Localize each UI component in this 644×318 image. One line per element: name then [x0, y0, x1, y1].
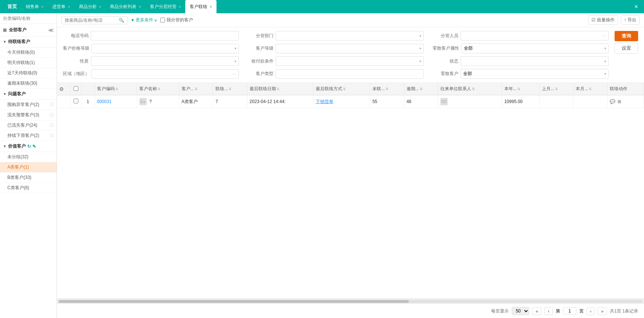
export-button[interactable]: ↑ 导出 — [621, 15, 640, 25]
sidebar-search-input[interactable] — [3, 16, 57, 21]
sort-icon-code[interactable]: ⇅ — [115, 87, 118, 91]
query-button[interactable]: 查询 — [615, 31, 638, 41]
chevron-down-icon-scatter: ▾ — [604, 46, 606, 50]
sidebar-item-declining[interactable]: 持续下滑客户(2) ⓘ — [0, 131, 57, 141]
search-icon[interactable]: 🔍 — [119, 18, 124, 23]
row-checkbox — [70, 95, 81, 108]
table-scroll[interactable]: ⚙ 客户编码 ⇅ — [57, 83, 644, 298]
scatter-select[interactable]: 全部 ▾ — [461, 69, 609, 79]
manager-input[interactable]: ··· — [461, 31, 609, 40]
next-page-button[interactable]: › — [587, 307, 595, 315]
customer-grade-select[interactable]: ▾ — [276, 44, 424, 53]
nav-tab-customer-contact[interactable]: 客户联络 × — [185, 0, 216, 13]
row-num: 1 — [81, 95, 94, 108]
customer-type-input[interactable] — [276, 69, 424, 79]
col-header-code: 客户编码 ⇅ — [94, 83, 137, 95]
sidebar-item-class-a[interactable]: A类客户(1) — [0, 162, 57, 173]
close-tab-purchase[interactable]: × — [68, 4, 70, 9]
refresh-icon[interactable]: ↻ — [27, 144, 31, 149]
search-input[interactable] — [65, 18, 117, 23]
row-select-checkbox[interactable] — [74, 99, 78, 103]
sidebar-collapse-icon[interactable]: ≪ — [48, 27, 54, 33]
sort-icon-contact-count[interactable]: ⇅ — [229, 87, 232, 91]
sidebar-item-hoarding[interactable]: 囤购异常客户(2) ⓘ — [0, 100, 57, 110]
row-code[interactable]: 000031 — [94, 95, 137, 108]
more-filters-button[interactable]: ▼ 更多条件 ∨ — [130, 17, 157, 23]
region-input[interactable]: ··· — [92, 69, 239, 79]
scroll-thumb[interactable] — [58, 300, 409, 303]
nav-home[interactable]: 首页 — [3, 0, 21, 13]
sidebar-item-ungrouped[interactable]: 未分组(32) — [0, 152, 57, 162]
close-tab-sales[interactable]: × — [41, 4, 43, 9]
settings-button[interactable]: 设置 — [615, 43, 638, 54]
scatter-label: 零散客户 — [433, 71, 458, 77]
sidebar-item-class-c[interactable]: C类客户(6) — [0, 183, 57, 193]
sort-icon-this-month[interactable]: ⇅ — [589, 87, 592, 91]
sort-icon-type[interactable]: ⇅ — [195, 87, 198, 91]
close-tab-analysis-list[interactable]: × — [139, 4, 141, 9]
horizontal-scrollbar[interactable] — [57, 298, 644, 304]
sidebar-item-overdue-waiting[interactable]: 逾期未联络(30) — [0, 78, 57, 89]
sidebar-group-problem[interactable]: ▼ 问题客户 — [0, 89, 57, 100]
select-all-checkbox[interactable] — [74, 86, 78, 91]
action-contact-icon[interactable]: 💬 — [610, 99, 615, 104]
dept-select[interactable]: ▾ — [276, 31, 424, 40]
sidebar-group-value[interactable]: ▼ 价值客户 ↻ ✎ — [0, 141, 57, 152]
nature-select[interactable]: ▾ — [91, 56, 239, 66]
num-col-header — [81, 83, 94, 95]
filter-cell-status: 状态 ▾ — [433, 56, 609, 66]
nav-tab-customer-segment[interactable]: 客户分层经营 × — [146, 0, 185, 13]
action-more-icon[interactable]: ⊞ — [618, 99, 621, 104]
page-label: 第 — [556, 308, 560, 314]
sidebar-item-class-b[interactable]: B类客户(33) — [0, 173, 57, 183]
filter-cell-customer-grade: 客户等级 ▾ — [248, 44, 424, 53]
customer-type-label: 客户类型 — [248, 71, 273, 77]
settings-col-header: ⚙ — [57, 83, 70, 95]
page-number-input[interactable] — [563, 307, 576, 315]
window-close-button[interactable]: × — [631, 3, 641, 11]
sort-icon-overdue[interactable]: ⇅ — [420, 87, 423, 91]
sort-icon-this-year[interactable]: ⇅ — [518, 87, 520, 91]
phone-input[interactable] — [91, 31, 239, 40]
close-tab-customer-segment[interactable]: × — [179, 4, 181, 9]
sidebar-item-tomorrow-waiting[interactable]: 明天待联络(1) — [0, 58, 57, 68]
sort-icon-name[interactable]: ⇅ — [158, 87, 161, 91]
sort-icon-last-date[interactable]: ⇅ — [277, 87, 280, 91]
sort-icon-uncontacted[interactable]: ⇅ — [386, 87, 389, 91]
sidebar-item-churned[interactable]: 已流失客户(24) ⓘ — [0, 120, 57, 131]
row-contact-count: 7 — [213, 95, 247, 108]
edit-icon[interactable]: ✎ — [32, 144, 36, 149]
nav-tab-analysis-list[interactable]: 商品分析列表 × — [105, 0, 145, 13]
filter-bar: 🔍 ▼ 更多条件 ∨ 我分管的客户 ☑ 批量操作 ↑ 导出 — [57, 13, 644, 27]
price-grade-select[interactable]: ▾ — [92, 44, 239, 53]
row-last-method[interactable]: 下销货单 — [314, 95, 370, 108]
last-page-button[interactable]: » — [598, 307, 607, 315]
sidebar-item-today-waiting[interactable]: 今天待联络(0) — [0, 47, 57, 58]
info-icon-4: ⓘ — [50, 133, 54, 138]
first-page-button[interactable]: « — [532, 307, 541, 315]
filter-cell-manager: 分管人员 ··· — [433, 31, 609, 40]
my-customers-filter[interactable]: 我分管的客户 — [160, 17, 193, 23]
prev-page-button[interactable]: ‹ — [544, 307, 552, 315]
sort-icon-contact-person[interactable]: ⇅ — [472, 87, 475, 91]
pagination: 每页显示 50 « ‹ 第 页 › » 共1页 1条记录 — [57, 304, 644, 318]
page-size-select[interactable]: 50 — [512, 307, 529, 315]
sidebar-group-waiting[interactable]: ▼ 待联络客户 — [0, 36, 57, 47]
scatter-attr-select[interactable]: 全部 ▾ — [461, 43, 609, 53]
sort-icon-last-method[interactable]: ⇅ — [343, 87, 346, 91]
close-tab-customer-contact[interactable]: × — [210, 4, 212, 9]
nav-tab-purchase[interactable]: 进货单 × — [48, 0, 74, 13]
my-customers-checkbox[interactable] — [160, 18, 165, 22]
close-tab-analysis[interactable]: × — [99, 4, 101, 9]
batch-ops-button[interactable]: ☑ 批量操作 — [588, 15, 618, 25]
payment-select[interactable]: ▾ — [276, 56, 424, 66]
nav-tab-sales[interactable]: 销售单 × — [21, 0, 48, 13]
sidebar-item-7days-waiting[interactable]: 近7天待联络(0) — [0, 68, 57, 78]
row-overdue: 48 — [404, 95, 438, 108]
status-select[interactable]: ▾ — [461, 56, 609, 66]
table-settings-icon[interactable]: ⚙ — [59, 86, 64, 92]
nav-tab-analysis[interactable]: 商品分析 × — [75, 0, 105, 13]
sort-icon-last-month[interactable]: ⇅ — [555, 87, 558, 91]
sidebar-item-churn-warning[interactable]: 流失预警客户(3) ⓘ — [0, 110, 57, 120]
sidebar-all-customers-header[interactable]: ⊞ 全部客户 ≪ — [0, 24, 57, 36]
